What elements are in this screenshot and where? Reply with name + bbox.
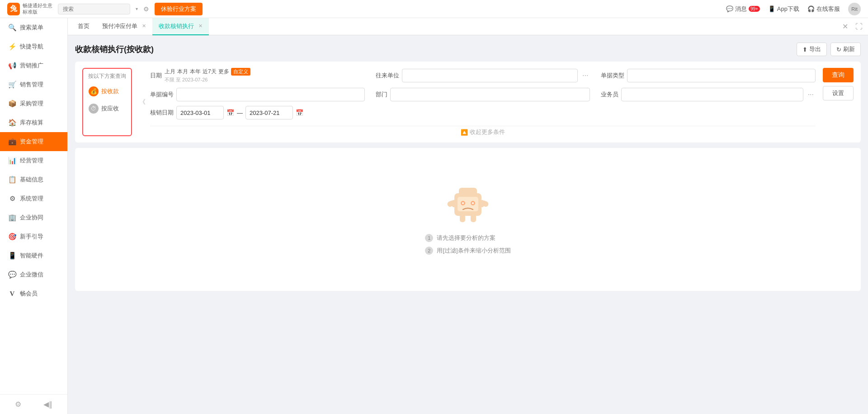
industry-btn[interactable]: 休验行业方案 [155, 3, 203, 15]
app-logo: 兔 畅捷通好生意 标准版 [7, 3, 52, 15]
filter-form-wrapper: 日期 上月 本月 本年 近7天 更多 自定义 不限 至 [150, 68, 816, 136]
svg-rect-11 [460, 214, 465, 222]
verify-date-end-input[interactable] [245, 106, 293, 119]
date-quick-group: 上月 本月 本年 近7天 更多 自定义 不限 至 2023-07-26 [165, 68, 250, 83]
collapse-more-btn[interactable]: 🔼 收起更多条件 [461, 128, 505, 136]
sidebar-item-inventory[interactable]: 🏠 库存核算 [0, 113, 67, 132]
guide-icon: 🎯 [8, 233, 16, 241]
sidebar-item-basic-info[interactable]: 📋 基础信息 [0, 170, 67, 189]
docno-label: 单据编号 [150, 90, 174, 99]
dept-label: 部门 [376, 90, 387, 99]
inventory-icon: 🏠 [8, 119, 16, 127]
main-layout: 🔍 搜索菜单 ⚡ 快捷导航 📢 营销推广 🛒 销售管理 📦 采购管理 🏠 库存核… [0, 18, 868, 414]
query-btn[interactable]: 查询 [823, 68, 854, 82]
service-icon: 🎧 [807, 5, 815, 12]
page-title: 收款核销执行(按收款) [75, 44, 154, 55]
date-filter-group: 日期 上月 本月 本年 近7天 更多 自定义 不限 至 [150, 68, 365, 83]
collapse-more-area: 🔼 收起更多条件 [150, 126, 816, 136]
operations-icon: 📊 [8, 157, 16, 165]
tab-receivable-close[interactable]: ✕ [198, 23, 203, 29]
filter-option-receipt[interactable]: 💰 按收款 [83, 83, 131, 100]
quick-date-this-year[interactable]: 本年 [190, 68, 201, 76]
sidebar-item-enterprise[interactable]: 🏢 企业协同 [0, 208, 67, 227]
sales-icon: 🛒 [8, 81, 16, 89]
receivable-option-icon: ⏱ [89, 104, 99, 114]
verify-date-label: 核销日期 [150, 109, 174, 117]
party-label: 往来单位 [376, 71, 399, 80]
quick-date-7days[interactable]: 近7天 [203, 68, 217, 76]
message-btn[interactable]: 💬 消息 99+ [726, 5, 760, 13]
avatar: Rit [848, 3, 861, 15]
filter-row-1: 日期 上月 本月 本年 近7天 更多 自定义 不限 至 [150, 68, 816, 83]
verify-date-start-input[interactable] [176, 106, 224, 119]
sidebar-item-funds[interactable]: 💼 资金管理 [0, 132, 67, 151]
sidebar-item-operations[interactable]: 📊 经营管理 [0, 151, 67, 170]
filter-collapse-icon[interactable]: 《 [139, 98, 146, 106]
dept-filter-group: 部门 [376, 88, 590, 101]
sidebar-item-system[interactable]: ⚙ 系统管理 [0, 189, 67, 208]
svg-point-4 [462, 202, 464, 204]
member-icon: V [8, 290, 16, 298]
staff-dots-btn[interactable]: ··· [806, 90, 816, 99]
tip2-num: 2 [425, 247, 433, 255]
sidebar-item-search-menu[interactable]: 🔍 搜索菜单 [0, 18, 67, 37]
quick-date-more[interactable]: 更多 [218, 68, 229, 76]
filter-collapse-divider: 《 [139, 68, 146, 136]
settings-bottom-btn[interactable]: ⚙ [13, 398, 23, 410]
collapse-icon: 🔼 [461, 129, 468, 136]
tip1-text: 请先选择要分析的方案 [437, 234, 495, 242]
gear-icon[interactable]: ⚙ [143, 5, 149, 13]
tab-receivable[interactable]: 收款核销执行 ✕ [152, 18, 209, 35]
user-area[interactable]: Rit [848, 3, 861, 15]
smart-hw-icon: 📱 [8, 252, 16, 260]
quick-date-custom[interactable]: 自定义 [231, 68, 250, 76]
quick-date-row: 上月 本月 本年 近7天 更多 自定义 [165, 68, 250, 76]
search-menu-icon: 🔍 [8, 24, 16, 32]
sidebar-item-quick-nav[interactable]: ⚡ 快捷导航 [0, 37, 67, 56]
sidebar-item-purchase[interactable]: 📦 采购管理 [0, 94, 67, 113]
tab-prepay[interactable]: 预付冲应付单 ✕ [96, 18, 152, 35]
docno-input[interactable] [176, 88, 365, 101]
funds-icon: 💼 [8, 138, 16, 146]
staff-input[interactable] [621, 88, 803, 101]
sidebar-item-member[interactable]: V 畅会员 [0, 284, 67, 303]
verify-date-end-calendar-icon[interactable]: 📅 [296, 109, 303, 116]
top-search-input[interactable] [58, 4, 130, 14]
online-service-btn[interactable]: 🎧 在线客服 [807, 5, 840, 13]
filter-row-2: 单据编号 部门 业务员 [150, 88, 816, 101]
export-btn[interactable]: ⬆ 导出 [797, 43, 827, 56]
sidebar-item-marketing[interactable]: 📢 营销推广 [0, 56, 67, 75]
quick-date-last-month[interactable]: 上月 [165, 68, 175, 76]
svg-point-5 [472, 202, 474, 204]
sidebar-item-smart-hw[interactable]: 📱 智能硬件 [0, 246, 67, 265]
basic-info-icon: 📋 [8, 176, 16, 184]
sidebar-item-guide[interactable]: 🎯 新手引导 [0, 227, 67, 246]
sidebar-bottom: ⚙ ◀‖ [0, 394, 67, 414]
tab-home[interactable]: 首页 [71, 18, 96, 35]
page-content: 收款核销执行(按收款) ⬆ 导出 ↻ 刷新 按以下方案查询 [68, 35, 868, 414]
tab-prepay-close[interactable]: ✕ [142, 23, 146, 29]
settings-form-btn[interactable]: 设置 [823, 86, 854, 100]
dept-select[interactable] [390, 88, 590, 101]
marketing-icon: 📢 [8, 62, 16, 70]
search-chevron-icon[interactable]: ▾ [136, 6, 138, 11]
empty-state: 1 请先选择要分析的方案 2 用[过滤]条件来缩小分析范围 [75, 148, 861, 291]
tab-close-all-btn[interactable]: ✕ [840, 20, 850, 33]
sidebar-item-wechat[interactable]: 💬 企业微信 [0, 265, 67, 284]
refresh-btn[interactable]: ↻ 刷新 [830, 43, 861, 56]
verify-date-start-calendar-icon[interactable]: 📅 [226, 109, 234, 116]
filter-option-receivable[interactable]: ⏱ 按应收 [83, 100, 131, 117]
sidebar-item-sales[interactable]: 🛒 销售管理 [0, 75, 67, 94]
message-icon: 💬 [726, 5, 733, 12]
verify-date-sep: — [237, 109, 243, 116]
message-badge: 99+ [749, 6, 760, 12]
tab-expand-btn[interactable]: ⛶ [854, 21, 864, 33]
doctype-select[interactable] [627, 69, 816, 82]
app-download-btn[interactable]: 📱 App下载 [768, 5, 799, 13]
party-dots-btn[interactable]: ··· [580, 71, 590, 80]
party-input[interactable] [402, 69, 578, 82]
quick-date-this-month[interactable]: 本月 [177, 68, 188, 76]
date-label: 日期 [150, 71, 162, 80]
collapse-sidebar-btn[interactable]: ◀‖ [42, 398, 54, 410]
empty-tip-1: 1 请先选择要分析的方案 [425, 234, 510, 242]
